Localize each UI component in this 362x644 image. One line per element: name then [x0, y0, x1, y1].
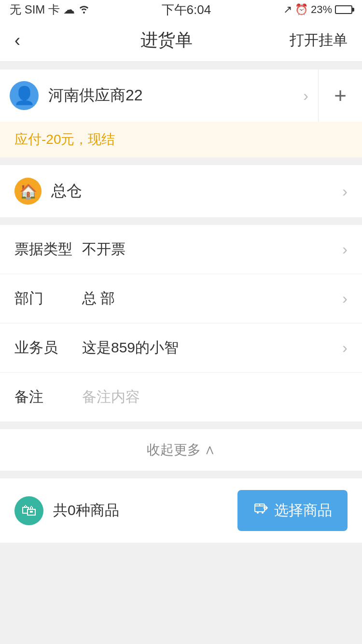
open-pending-button[interactable]: 打开挂单 [290, 30, 348, 50]
supplier-avatar: 👤 [10, 81, 39, 110]
invoice-type-row[interactable]: 票据类型 不开票 › [0, 225, 362, 274]
product-icon-wrap: 🛍 [14, 496, 43, 525]
department-label: 部门 [14, 289, 82, 308]
battery-percent: 23% [311, 3, 332, 16]
page-title: 进货单 [140, 28, 193, 52]
svg-point-1 [257, 512, 259, 514]
product-count: 共0种商品 [53, 501, 228, 520]
bottom-bar: 🛍 共0种商品 选择商品 [0, 478, 362, 543]
wifi-icon [79, 3, 89, 16]
collapse-button[interactable]: 收起更多 ∧ [0, 429, 362, 471]
no-sim-text: 无 SIM 卡 ☁ [10, 2, 75, 17]
supplier-chevron-icon: › [303, 87, 308, 105]
back-button[interactable]: ‹ [14, 30, 43, 51]
status-right: ↗ ⏰ 23% [283, 3, 352, 16]
sales-chevron-icon: › [342, 339, 348, 357]
form-section: 票据类型 不开票 › 部门 总 部 › 业务员 这是859的小智 › 备注 备注… [0, 225, 362, 421]
salesperson-row[interactable]: 业务员 这是859的小智 › [0, 323, 362, 373]
status-time: 下午6:04 [162, 1, 211, 18]
plus-icon: + [334, 84, 347, 108]
salesperson-value: 这是859的小智 [82, 338, 337, 358]
dept-chevron-icon: › [342, 290, 348, 308]
warehouse-icon-wrap: 🏠 [14, 178, 42, 205]
select-product-button[interactable]: 选择商品 [237, 490, 348, 531]
alarm-icon: ⏰ [295, 3, 308, 16]
invoice-type-label: 票据类型 [14, 239, 82, 259]
page-background [0, 543, 362, 644]
warehouse-chevron-icon: › [342, 182, 348, 200]
department-row[interactable]: 部门 总 部 › [0, 274, 362, 323]
person-icon: 👤 [14, 85, 35, 106]
invoice-type-value: 不开票 [82, 239, 337, 259]
supplier-selector[interactable]: 👤 河南供应商22 › [0, 70, 319, 122]
warehouse-icon: 🏠 [19, 183, 37, 200]
remark-row[interactable]: 备注 备注内容 [0, 373, 362, 421]
status-bar: 无 SIM 卡 ☁ 下午6:04 ↗ ⏰ 23% [0, 0, 362, 19]
remark-label: 备注 [14, 387, 82, 407]
svg-point-2 [262, 512, 264, 514]
battery-icon [335, 5, 352, 14]
location-icon: ↗ [283, 3, 292, 16]
cart-icon [253, 502, 268, 519]
supplier-section: 👤 河南供应商22 › + [0, 70, 362, 122]
supplier-name: 河南供应商22 [48, 85, 298, 106]
warehouse-selector[interactable]: 🏠 总仓 › [0, 165, 362, 217]
department-value: 总 部 [82, 289, 337, 308]
remark-input[interactable]: 备注内容 [82, 387, 348, 407]
product-bag-icon: 🛍 [21, 502, 37, 519]
collapse-label: 收起更多 ∧ [147, 441, 216, 459]
select-product-label: 选择商品 [274, 501, 332, 520]
nav-bar: ‹ 进货单 打开挂单 [0, 19, 362, 62]
section-gap-1 [0, 62, 362, 70]
add-supplier-button[interactable]: + [319, 70, 362, 122]
invoice-chevron-icon: › [342, 240, 348, 258]
salesperson-label: 业务员 [14, 338, 82, 358]
warehouse-name: 总仓 [51, 181, 337, 202]
status-left: 无 SIM 卡 ☁ [10, 2, 89, 17]
notice-bar: 应付-20元，现结 [0, 122, 362, 157]
